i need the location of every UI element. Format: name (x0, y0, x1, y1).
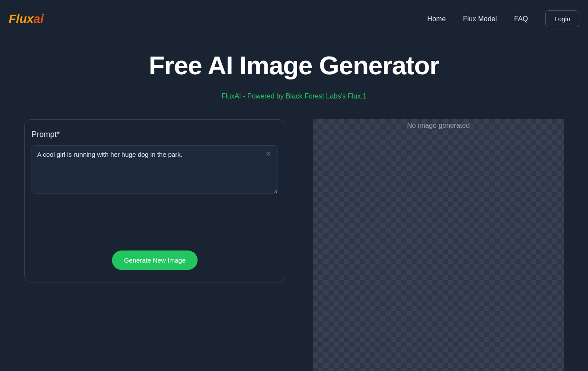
logo-text-ai: ai (34, 12, 44, 25)
prompt-label: Prompt* (32, 130, 278, 139)
main-nav: Home Flux Model FAQ Login (427, 10, 579, 27)
generate-button[interactable]: Generate New Image (112, 251, 198, 270)
hero-section: Free AI Image Generator FluxAI - Powered… (0, 51, 588, 100)
textarea-wrapper (32, 145, 278, 195)
login-button[interactable]: Login (545, 10, 579, 27)
header: Fluxai Home Flux Model FAQ Login (0, 0, 588, 38)
clear-icon[interactable] (265, 150, 272, 157)
nav-home[interactable]: Home (427, 15, 446, 23)
logo[interactable]: Fluxai (9, 12, 44, 26)
nav-flux-model[interactable]: Flux Model (463, 15, 497, 23)
logo-text-flux: Flux (9, 12, 34, 25)
page-subtitle: FluxAI - Powered by Black Forest Labs's … (0, 92, 588, 100)
preview-empty-text: No image generated (407, 122, 470, 130)
prompt-input[interactable] (32, 145, 278, 193)
nav-faq[interactable]: FAQ (514, 15, 528, 23)
page-title: Free AI Image Generator (0, 51, 588, 80)
content-area: Prompt* Generate New Image No image gene… (0, 100, 588, 371)
prompt-panel: Prompt* Generate New Image (24, 119, 285, 282)
image-preview-panel: No image generated (313, 119, 564, 371)
